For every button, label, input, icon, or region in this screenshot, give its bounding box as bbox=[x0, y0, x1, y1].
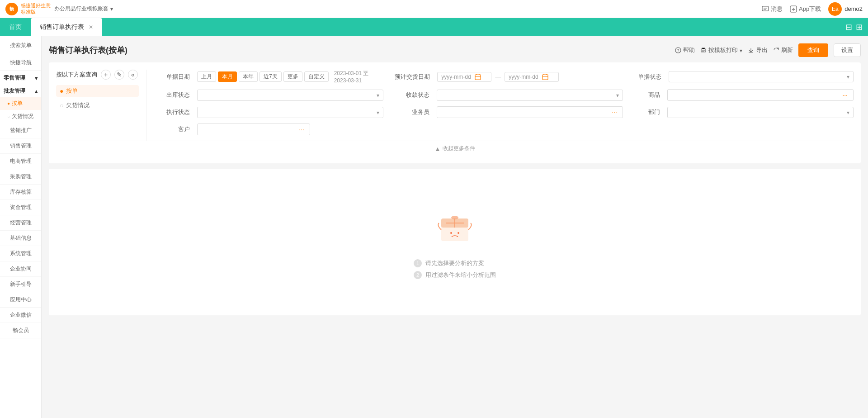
top-header: 畅 畅捷通好生意 标准版 办公用品行业模拟账套 消息 App下载 bbox=[0, 0, 868, 18]
print-button[interactable]: 按模板打印 bbox=[700, 46, 742, 54]
sidebar-item-sales[interactable]: 销售管理 bbox=[0, 138, 41, 154]
filter-right-panel: 单据日期 上月 本月 本年 近7天 更多 自定义 20 bbox=[146, 70, 854, 141]
empty-tip-2: 2 用过滤条件来缩小分析范围 bbox=[414, 271, 496, 279]
tab-close-icon[interactable]: ✕ bbox=[89, 24, 93, 30]
quick-nav-label: 快捷导航 bbox=[10, 59, 32, 66]
help-button[interactable]: ? 帮助 bbox=[675, 46, 695, 54]
print-chevron-icon bbox=[740, 47, 742, 54]
app-download-label: App下载 bbox=[799, 5, 821, 13]
sidebar-item-quick-nav[interactable]: 快捷导航 bbox=[0, 55, 41, 71]
retail-label: 零售管理 bbox=[4, 74, 25, 82]
edit-scheme-button[interactable]: ✎ bbox=[114, 70, 124, 80]
scheme-title-text: 按以下方案查询 bbox=[56, 71, 97, 79]
sidebar-search-area: 搜索菜单 bbox=[0, 36, 41, 55]
filter-option-backorder[interactable]: ○ 欠货情况 bbox=[56, 100, 139, 111]
sidebar-subitem-backorder[interactable]: ○ 欠货情况 bbox=[0, 110, 41, 123]
tab-maximize-icon[interactable]: ⊞ bbox=[856, 23, 863, 31]
sidebar-item-member[interactable]: 畅会员 bbox=[0, 323, 41, 338]
collapse-scheme-button[interactable]: « bbox=[128, 70, 138, 80]
execute-chevron-icon bbox=[377, 109, 379, 116]
member-label: 畅会员 bbox=[13, 327, 29, 334]
message-button[interactable]: 消息 bbox=[762, 5, 783, 13]
customer-more-icon[interactable]: ··· bbox=[297, 126, 306, 133]
settings-button[interactable]: 设置 bbox=[834, 43, 861, 57]
header-right: 消息 App下载 Ea demo2 bbox=[762, 2, 863, 16]
sidebar-item-finance[interactable]: 资金管理 bbox=[0, 200, 41, 215]
query-button[interactable]: 查询 bbox=[798, 43, 828, 57]
logo-area: 畅 畅捷通好生意 标准版 bbox=[5, 3, 51, 15]
last-month-btn[interactable]: 上月 bbox=[197, 71, 216, 82]
status-select[interactable] bbox=[669, 71, 854, 82]
more-date-btn[interactable]: 更多 bbox=[283, 71, 302, 82]
tip-num-1: 1 bbox=[414, 259, 422, 267]
tab-bar: 首页 销售订单执行表 ✕ ⊟ ⊞ bbox=[0, 18, 868, 36]
product-select[interactable]: ··· bbox=[667, 89, 854, 101]
wechat-label: 企业微信 bbox=[10, 311, 32, 319]
svg-rect-6 bbox=[542, 75, 548, 80]
last-7-days-btn[interactable]: 近7天 bbox=[259, 71, 282, 82]
this-month-btn[interactable]: 本月 bbox=[218, 71, 237, 82]
salesperson-select[interactable]: ··· bbox=[437, 106, 623, 118]
add-scheme-button[interactable]: + bbox=[101, 70, 111, 80]
product-more-icon[interactable]: ··· bbox=[840, 91, 849, 99]
avatar: Ea bbox=[828, 2, 842, 16]
date-filter-control: 上月 本月 本年 近7天 更多 自定义 2023-03-01 至 2023-03… bbox=[197, 70, 382, 84]
sidebar-item-ecommerce[interactable]: 电商管理 bbox=[0, 154, 41, 169]
main-layout: 搜索菜单 快捷导航 零售管理 ▾ 批发管理 ▴ ● 按单 ○ 欠货情况 营销推广… bbox=[0, 36, 868, 418]
user-avatar-area[interactable]: Ea demo2 bbox=[828, 2, 863, 16]
collapse-up-icon: ▲ bbox=[434, 145, 441, 152]
sidebar-item-basic-info[interactable]: 基础信息 bbox=[0, 231, 41, 246]
date-end-placeholder: yyyy-mm-dd bbox=[509, 74, 538, 80]
department-select[interactable] bbox=[667, 107, 854, 118]
customer-select[interactable]: ··· bbox=[197, 124, 310, 135]
newbie-label: 新手引导 bbox=[10, 280, 32, 288]
execute-status-select[interactable] bbox=[197, 107, 383, 118]
filter-option-by-order[interactable]: ● 按单 bbox=[56, 85, 139, 97]
tab-home[interactable]: 首页 bbox=[0, 18, 31, 36]
tab-minimize-icon[interactable]: ⊟ bbox=[845, 23, 852, 31]
this-year-btn[interactable]: 本年 bbox=[239, 71, 258, 82]
sidebar-item-wechat[interactable]: 企业微信 bbox=[0, 308, 41, 323]
sidebar-item-system[interactable]: 系统管理 bbox=[0, 246, 41, 261]
page-content: 销售订单执行表(按单) ? 帮助 按模板打印 bbox=[42, 36, 868, 418]
breadcrumb-dropdown[interactable]: 办公用品行业模拟账套 bbox=[54, 5, 113, 13]
custom-date-btn[interactable]: 自定义 bbox=[304, 71, 329, 82]
sidebar-item-newbie[interactable]: 新手引导 bbox=[0, 277, 41, 292]
logo-icon-text: 畅 bbox=[9, 6, 14, 12]
filter-row-4: 客户 ··· bbox=[154, 124, 854, 135]
finance-label: 资金管理 bbox=[10, 204, 32, 211]
salesperson-more-icon[interactable]: ··· bbox=[610, 109, 619, 116]
collapse-bar[interactable]: ▲ 收起更多条件 bbox=[56, 141, 854, 156]
avatar-text: Ea bbox=[832, 6, 839, 12]
by-order-icon: ● bbox=[7, 101, 10, 106]
department-label: 部门 bbox=[637, 108, 660, 116]
purchase-label: 采购管理 bbox=[10, 173, 32, 180]
export-button[interactable]: 导出 bbox=[748, 46, 768, 54]
sidebar-subitem-by-order[interactable]: ● 按单 bbox=[0, 97, 41, 110]
sidebar-item-inventory[interactable]: 库存核算 bbox=[0, 185, 41, 200]
sidebar-item-retail[interactable]: 零售管理 ▾ bbox=[0, 71, 41, 84]
expected-date-end[interactable]: yyyy-mm-dd bbox=[505, 72, 559, 82]
app-download-button[interactable]: App下载 bbox=[790, 5, 821, 13]
filter-section: 按以下方案查询 + ✎ « ● 按单 ○ 欠货 bbox=[56, 70, 854, 141]
sidebar-item-wholesale[interactable]: 批发管理 ▴ bbox=[0, 84, 41, 97]
tab-sales-order[interactable]: 销售订单执行表 ✕ bbox=[31, 18, 102, 36]
sidebar-item-operations[interactable]: 经营管理 bbox=[0, 215, 41, 231]
sidebar-item-enterprise[interactable]: 企业协同 bbox=[0, 261, 41, 277]
expected-date-start[interactable]: yyyy-mm-dd bbox=[437, 72, 491, 82]
sidebar-item-app-center[interactable]: 应用中心 bbox=[0, 292, 41, 308]
department-chevron-icon bbox=[847, 109, 849, 116]
delivery-status-select[interactable] bbox=[197, 90, 383, 101]
sidebar-item-purchase[interactable]: 采购管理 bbox=[0, 169, 41, 185]
search-menu-button[interactable]: 搜索菜单 bbox=[4, 40, 38, 51]
refresh-button[interactable]: 刷新 bbox=[773, 46, 793, 54]
customer-label: 客户 bbox=[154, 125, 190, 133]
sidebar-item-marketing[interactable]: 营销推广 bbox=[0, 123, 41, 138]
filter-row-3: 执行状态 业务员 ··· 部门 bbox=[154, 106, 854, 118]
system-label: 系统管理 bbox=[10, 250, 32, 257]
logo-text: 畅捷通好生意 标准版 bbox=[21, 3, 51, 14]
svg-text:?: ? bbox=[677, 48, 679, 53]
operations-label: 经营管理 bbox=[10, 219, 32, 227]
payment-status-select[interactable] bbox=[437, 90, 623, 101]
product-label: 商品 bbox=[637, 91, 660, 99]
